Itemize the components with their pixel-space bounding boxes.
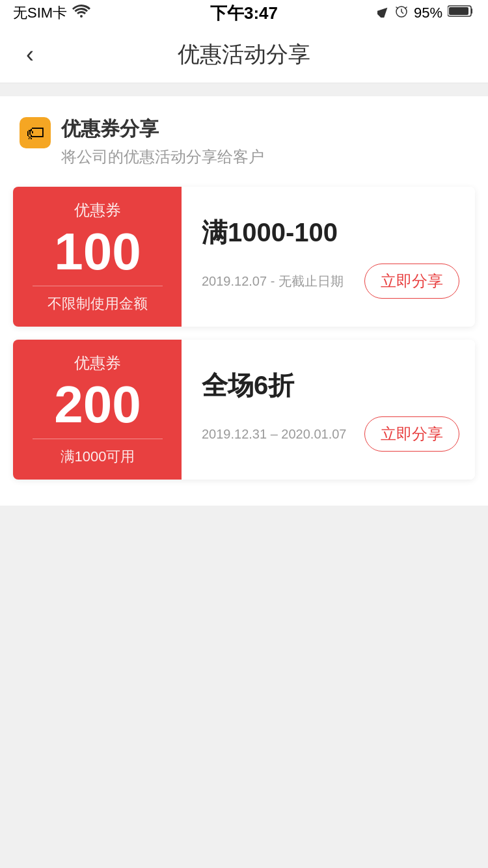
coupon-bottom-2: 2019.12.31 – 2020.01.07 立即分享	[202, 416, 459, 452]
location-icon	[377, 5, 389, 21]
coupon-list: 优惠券 100 不限制使用金额 满1000-100 2019.12.07 - 无…	[0, 180, 488, 506]
section-title: 优惠券分享	[61, 116, 264, 142]
section-text: 优惠券分享 将公司的优惠活动分享给客户	[61, 116, 264, 167]
carrier-text: 无SIM卡	[13, 3, 67, 23]
battery-percent: 95%	[414, 5, 442, 21]
coupon-right-1: 满1000-100 2019.12.07 - 无截止日期 立即分享	[182, 187, 475, 327]
coupon-label-1: 优惠券	[74, 200, 121, 221]
status-right: 95%	[377, 4, 475, 22]
page-title: 优惠活动分享	[178, 40, 310, 70]
battery-icon	[448, 5, 475, 21]
share-button-1[interactable]: 立即分享	[364, 264, 459, 299]
status-bar: 无SIM卡 下午3:47 95%	[0, 0, 488, 26]
coupon-left-2: 优惠券 200 满1000可用	[13, 340, 182, 480]
alarm-icon	[394, 4, 409, 22]
coupon-bottom-1: 2019.12.07 - 无截止日期 立即分享	[202, 264, 459, 299]
empty-area	[0, 506, 488, 831]
nav-bar: ‹ 优惠活动分享	[0, 26, 488, 83]
coupon-name-2: 全场6折	[202, 368, 459, 403]
coupon-card-2: 优惠券 200 满1000可用 全场6折 2019.12.31 – 2020.0…	[13, 340, 475, 480]
coupon-amount-1: 100	[54, 226, 141, 278]
svg-rect-2	[449, 7, 468, 15]
wifi-icon	[72, 5, 90, 21]
share-button-2[interactable]: 立即分享	[364, 416, 459, 452]
status-time: 下午3:47	[210, 2, 278, 25]
coupon-right-2: 全场6折 2019.12.31 – 2020.01.07 立即分享	[182, 340, 475, 480]
section-icon: 🏷	[20, 117, 51, 148]
section-header: 🏷 优惠券分享 将公司的优惠活动分享给客户	[0, 96, 488, 180]
coupon-divider-2	[33, 439, 163, 439]
section-subtitle: 将公司的优惠活动分享给客户	[61, 146, 264, 167]
coupon-condition-2: 满1000可用	[61, 447, 135, 467]
coupon-date-1: 2019.12.07 - 无截止日期	[202, 273, 358, 290]
coupon-left-1: 优惠券 100 不限制使用金额	[13, 187, 182, 327]
coupon-label-2: 优惠券	[74, 353, 121, 373]
coupon-card: 优惠券 100 不限制使用金额 满1000-100 2019.12.07 - 无…	[13, 187, 475, 327]
coupon-divider-1	[33, 286, 163, 286]
coupon-name-1: 满1000-100	[202, 215, 459, 251]
coupon-date-2: 2019.12.31 – 2020.01.07	[202, 427, 358, 442]
coupon-amount-2: 200	[54, 379, 141, 431]
section-divider-top	[0, 83, 488, 96]
status-left: 无SIM卡	[13, 3, 90, 23]
coupon-condition-1: 不限制使用金额	[47, 294, 148, 314]
back-button[interactable]: ‹	[20, 34, 40, 75]
